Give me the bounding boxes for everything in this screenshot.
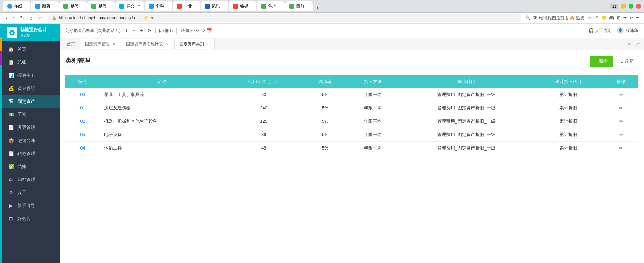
tab-label-fixed-depreciation: 固定资产折旧统计表 (126, 41, 163, 47)
brightness-icon[interactable]: ☀ (623, 15, 627, 20)
cell-period-2: 120 (224, 115, 303, 128)
support-label: 人工咨询 (595, 28, 611, 34)
close-window-button[interactable] (636, 4, 641, 9)
maximize-button[interactable] (629, 4, 633, 9)
sidebar-label-home: 首页 (17, 46, 26, 52)
sidebar-item-home[interactable]: 🏠 首页 (2, 43, 60, 56)
period-label: 账期 (181, 28, 189, 34)
browser-tab-close-haohui[interactable]: × (138, 4, 140, 8)
account-settings-icon[interactable]: ⚙ (147, 28, 151, 33)
archive-nav-icon: 🗂 (8, 177, 14, 183)
tab-fixed-mgmt[interactable]: 固定资产管理 × (80, 39, 120, 49)
tab-label-yidai1: 易代 (70, 3, 78, 9)
sidebar-item-settings[interactable]: ⚙ 设置 (2, 186, 60, 199)
home-button[interactable]: ⌂ (28, 14, 34, 21)
browser-tab-changti[interactable]: 畅提 (229, 1, 256, 11)
add-button[interactable]: + 新增 (590, 56, 613, 67)
cell-code-4[interactable]: 04 (65, 141, 100, 155)
home-nav-icon: 🏠 (8, 46, 14, 52)
refresh-button[interactable]: ↻ (18, 14, 25, 21)
grid-icon[interactable]: ⊞ (617, 15, 620, 20)
add-account-button[interactable]: + (140, 27, 143, 34)
tab-fixed-category[interactable]: 固定资产类别 × (174, 39, 215, 49)
browser-tab-yidai1[interactable]: 易代 (59, 1, 87, 11)
cell-code-2[interactable]: 02 (65, 115, 100, 128)
refresh-btn[interactable]: C 刷新 (616, 56, 638, 67)
browser-tab-gedi[interactable]: 各地 (257, 1, 285, 11)
browser-tab-qiye[interactable]: 企业 (173, 1, 200, 11)
tab-fixed-depreciation[interactable]: 固定资产折旧统计表 × (121, 39, 174, 49)
logo-sub: 专业版 (20, 33, 47, 38)
cell-method-4: 年限平均 (347, 141, 399, 155)
sidebar-item-checkout[interactable]: ✅ 结账 (2, 160, 60, 173)
browser-tab-yidai2[interactable]: 易代 (87, 1, 115, 11)
browser-tab-new[interactable]: 新版 (31, 1, 59, 11)
bookmark-button[interactable]: ☆ (37, 14, 44, 21)
browser-tab-tengxun[interactable]: 腾讯 (201, 1, 228, 11)
sidebar-item-more[interactable]: ⊞ 好会合 (2, 212, 60, 225)
table-header-row: 编号 名称 使用期限（月） 残值率 折旧方法 费用科目 累计折旧科目 操作 (65, 75, 638, 88)
tab-close-fixed-category[interactable]: × (207, 42, 210, 46)
back-button[interactable]: ‹ (4, 14, 9, 21)
cell-code-0[interactable]: 03 (65, 88, 100, 101)
version-switch-button[interactable]: 切到旧版 (155, 27, 177, 34)
sidebar-item-archive[interactable]: 🗂 归档管理 (2, 173, 60, 186)
search-icon: 🔍 (526, 15, 531, 20)
cell-action-4[interactable]: ✏ (604, 141, 638, 155)
menu-icon[interactable]: ☰ (636, 15, 640, 20)
game-icon[interactable]: 🎮 (609, 15, 614, 20)
minimize-button[interactable] (621, 4, 626, 9)
cell-code-1[interactable]: 01 (65, 101, 100, 115)
cell-code-3[interactable]: 05 (65, 128, 100, 141)
scissors-icon[interactable]: ✂ (588, 15, 592, 20)
url-bar[interactable]: 🔒 https://cloud.chanjet.com/accounting/u… (48, 14, 521, 22)
sidebar-item-fixed-assets[interactable]: 🏗 固定资产 (2, 95, 60, 108)
sidebar-item-invoice[interactable]: 📄 发票管理 (2, 121, 60, 134)
sidebar-item-fund[interactable]: 💰 资金管理 (2, 82, 60, 95)
tab-home[interactable]: 首页 (63, 39, 79, 49)
edit-icon-3[interactable]: ✏ (619, 132, 623, 138)
fixed-assets-nav-icon: 🏗 (8, 98, 14, 105)
col-header-name: 名称 (100, 75, 224, 88)
undo-icon[interactable]: ↩ (630, 15, 633, 20)
support-button[interactable]: 🎧 人工咨询 (589, 28, 611, 34)
dropdown-icon[interactable]: ▼ (150, 16, 154, 20)
edit-icon-1[interactable]: ✏ (619, 105, 623, 111)
table-row: 03 器具、工具、家具等 60 5% 年限平均 管理费用_固定资产折旧_一级 累… (65, 88, 638, 101)
wallet-icon[interactable]: 💛 (601, 15, 606, 20)
sidebar-item-ledger[interactable]: 📋 总账 (2, 56, 60, 69)
browser-tab-haohui[interactable]: 好会 × (115, 1, 144, 11)
tab-label-yidai2: 易代 (98, 3, 106, 9)
new-tab-button[interactable]: + (313, 5, 322, 11)
cell-action-3[interactable]: ✏ (604, 128, 638, 141)
tab-close-fixed-mgmt[interactable]: × (113, 42, 115, 46)
table-toolbar: + 新增 C 刷新 (590, 56, 638, 67)
calendar-icon[interactable]: 📅 (207, 28, 212, 33)
sidebar-item-inventory[interactable]: 📦 进销台账 (2, 134, 60, 147)
cell-action-2[interactable]: ✏ (604, 115, 638, 128)
col-header-code: 编号 (65, 75, 100, 88)
translate-icon[interactable]: 译 (594, 15, 598, 21)
user-avatar[interactable]: 👤 徐泽华 (617, 27, 638, 34)
forward-button[interactable]: › (12, 14, 16, 21)
edit-icon-4[interactable]: ✏ (619, 145, 623, 151)
sidebar-item-tax[interactable]: 🧾 税务管理 (2, 147, 60, 160)
cell-accum-4: 累计折旧 (533, 141, 604, 155)
cell-action-0[interactable]: ✏ (604, 88, 638, 101)
browser-tab-muqian[interactable]: 目前 (285, 1, 313, 11)
browser-tab-online[interactable]: 在线 (3, 1, 30, 11)
sidebar-label-checkout: 结账 (17, 164, 26, 170)
sidebar-item-report[interactable]: 📊 报表中心 (2, 69, 60, 82)
cell-period-0: 60 (224, 88, 303, 101)
sidebar-item-salary[interactable]: 💵 工资 (2, 108, 60, 121)
edit-icon-0[interactable]: ✏ (619, 92, 623, 97)
col-header-period: 使用期限（月） (224, 75, 303, 88)
tab-panel-close[interactable]: × (627, 40, 632, 47)
account-expand-icon[interactable]: ▼ (132, 29, 136, 33)
sidebar-item-guide[interactable]: ▶ 新手引导 (2, 199, 60, 212)
tab-panel-expand[interactable]: ⤢ (634, 40, 641, 47)
edit-icon-2[interactable]: ✏ (619, 119, 623, 124)
cell-action-1[interactable]: ✏ (604, 101, 638, 115)
tab-close-fixed-depreciation[interactable]: × (166, 42, 168, 46)
browser-tab-geshui[interactable]: 个税 (145, 1, 172, 11)
